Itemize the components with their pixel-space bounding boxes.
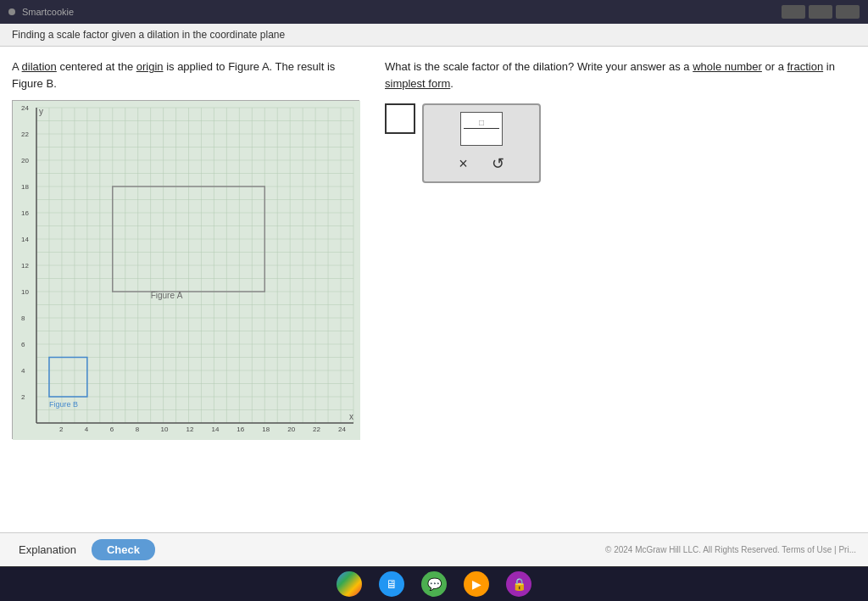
chat-icon[interactable]: 💬	[421, 571, 447, 597]
right-panel: What is the scale factor of the dilation…	[385, 58, 856, 520]
fraction-display: □	[460, 112, 503, 146]
content-body: A dilation centered at the origin is app…	[0, 47, 868, 532]
numerator-display: □	[464, 115, 499, 129]
left-panel: A dilation centered at the origin is app…	[12, 58, 368, 520]
window-controls	[782, 5, 860, 19]
clear-button[interactable]: ×	[453, 153, 473, 175]
copyright-text: © 2024 McGraw Hill LLC. All Rights Reser…	[605, 545, 856, 554]
lock-icon[interactable]: 🔒	[506, 571, 531, 597]
denominator-display	[464, 129, 499, 142]
check-button[interactable]: Check	[92, 539, 155, 560]
monitor-icon[interactable]: 🖥	[379, 571, 404, 597]
app-title: Smartcookie	[22, 7, 74, 17]
chrome-icon[interactable]	[337, 571, 362, 597]
close-btn[interactable]	[836, 5, 860, 19]
top-bar: Smartcookie	[0, 0, 868, 24]
minimize-btn[interactable]	[782, 5, 805, 19]
page-header: Finding a scale factor given a dilation …	[0, 24, 868, 47]
page-subtitle: Finding a scale factor given a dilation …	[12, 29, 285, 41]
coordinate-graph	[12, 100, 359, 439]
taskbar: 🖥 💬 ▶ 🔒	[0, 566, 868, 600]
fraction-input-popup: □ × ↺	[422, 103, 541, 183]
answer-area: □ × ↺	[385, 103, 856, 183]
maximize-btn[interactable]	[809, 5, 832, 19]
play-icon[interactable]: ▶	[464, 571, 489, 597]
popup-buttons: × ↺	[453, 153, 509, 175]
main-content: A dilation centered at the origin is app…	[0, 47, 868, 532]
top-bar-dot	[8, 8, 15, 15]
answer-box[interactable]	[385, 103, 415, 134]
question-text: What is the scale factor of the dilation…	[385, 58, 856, 92]
reset-button[interactable]: ↺	[487, 153, 509, 175]
explanation-button[interactable]: Explanation	[12, 540, 83, 559]
problem-description: A dilation centered at the origin is app…	[12, 58, 368, 92]
bottom-bar: Explanation Check © 2024 McGraw Hill LLC…	[0, 532, 868, 566]
